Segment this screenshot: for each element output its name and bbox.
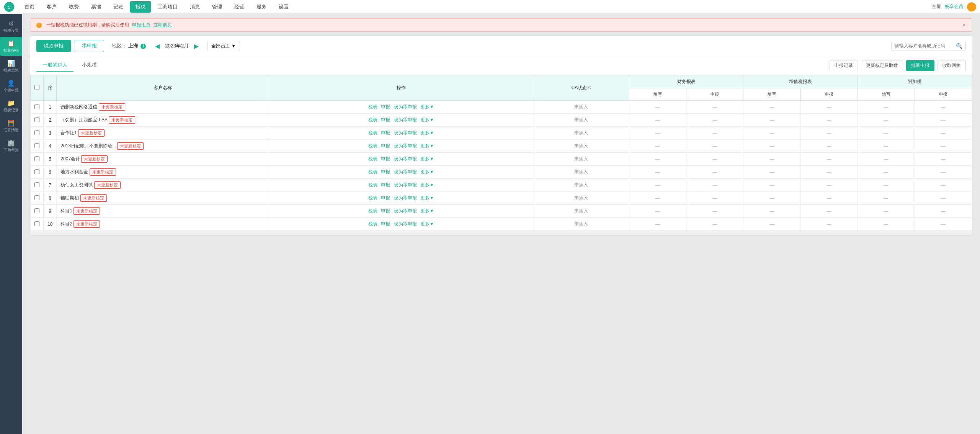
op-set-zero-8[interactable]: 设为零申报: [394, 208, 417, 214]
op-tax-table-5[interactable]: 税表: [368, 169, 377, 175]
tab-tax-declare[interactable]: 税款申报: [36, 40, 71, 52]
op-more-5[interactable]: 更多▼: [420, 169, 434, 175]
tab-general-taxpayer[interactable]: 一般的税人: [36, 59, 74, 72]
fullscreen-button[interactable]: 全屏: [932, 3, 941, 10]
nav-item-service[interactable]: 服务: [251, 1, 272, 13]
region-info-icon[interactable]: i: [140, 44, 146, 49]
op-tax-table-6[interactable]: 税表: [368, 182, 377, 188]
nav-item-billing[interactable]: 收费: [64, 1, 84, 13]
user-avatar[interactable]: [967, 2, 976, 11]
op-declare-8[interactable]: 申报: [381, 208, 390, 214]
row-checkbox-5[interactable]: [31, 166, 44, 179]
sidebar-item-tax-overview[interactable]: 📊 报税总览: [0, 57, 22, 76]
update-quota-button[interactable]: 更新核定及取数: [861, 60, 903, 71]
op-set-zero-9[interactable]: 设为零申报: [394, 221, 417, 227]
sidebar-item-calc-clear[interactable]: 🧮 汇算清缴: [0, 116, 22, 135]
op-more-0[interactable]: 更多▼: [420, 104, 434, 109]
notification-link-buy[interactable]: 立即购买: [154, 22, 172, 28]
nav-item-home[interactable]: 首页: [19, 1, 40, 13]
op-more-9[interactable]: 更多▼: [420, 221, 434, 227]
upgrade-button[interactable]: 畅享会员: [945, 3, 963, 10]
nav-item-bookkeeping[interactable]: 记账: [108, 1, 129, 13]
table-row: 1 勿删新税网络通信 未更新核定 税表 申报 设为零申报 更多▼ 未插入 — —…: [31, 101, 972, 114]
notification-bar: ! 一键报税功能已过试用期，请购买后使用 申报汇总 立即购买 ✕: [30, 18, 972, 32]
op-set-zero-1[interactable]: 设为零申报: [394, 117, 417, 122]
sidebar-item-tax-settings[interactable]: ⚙ 报税设置: [0, 17, 22, 36]
op-set-zero-0[interactable]: 设为零申报: [394, 104, 417, 109]
op-declare-4[interactable]: 申报: [381, 156, 390, 162]
row-checkbox-7[interactable]: [31, 192, 44, 205]
batch-declare-button[interactable]: 批量申报: [906, 60, 934, 71]
op-more-1[interactable]: 更多▼: [420, 117, 434, 122]
op-declare-6[interactable]: 申报: [381, 182, 390, 188]
search-input[interactable]: [895, 43, 956, 49]
row-finance-fill-5: —: [629, 166, 686, 179]
declare-records-button[interactable]: 申报记录: [830, 60, 858, 71]
row-name-3: 2013日记账（不要删除给... 未更新核定: [57, 140, 269, 153]
sidebar-item-personal-tax[interactable]: 👤 个税申报: [0, 77, 22, 96]
op-declare-2[interactable]: 申报: [381, 130, 390, 135]
nav-item-customer[interactable]: 客户: [41, 1, 62, 13]
batch-tax-icon: 📋: [7, 40, 15, 47]
op-set-zero-3[interactable]: 设为零申报: [394, 143, 417, 148]
op-set-zero-6[interactable]: 设为零申报: [394, 182, 417, 188]
op-declare-1[interactable]: 申报: [381, 117, 390, 122]
sidebar-item-tax-records[interactable]: 📁 报税记录: [0, 96, 22, 116]
horizontal-scrollbar[interactable]: [30, 231, 972, 235]
row-checkbox-6[interactable]: [31, 179, 44, 192]
op-declare-3[interactable]: 申报: [381, 143, 390, 148]
row-checkbox-3[interactable]: [31, 140, 44, 153]
op-set-zero-4[interactable]: 设为零申报: [394, 156, 417, 162]
table-row: 3 合作社1 未更新核定 税表 申报 设为零申报 更多▼ 未插入 — — — —…: [31, 127, 972, 140]
op-tax-table-1[interactable]: 税表: [368, 117, 377, 122]
sidebar-item-batch-tax[interactable]: 📋 批量报税: [0, 37, 22, 56]
notification-close[interactable]: ✕: [962, 23, 966, 28]
op-set-zero-2[interactable]: 设为零申报: [394, 130, 417, 135]
date-next-button[interactable]: ▶: [193, 42, 200, 50]
search-icon[interactable]: 🔍: [956, 43, 962, 49]
op-set-zero-5[interactable]: 设为零申报: [394, 169, 417, 175]
row-checkbox-2[interactable]: [31, 127, 44, 140]
op-more-6[interactable]: 更多▼: [420, 182, 434, 188]
tab-zero-declare[interactable]: 零申报: [75, 40, 104, 52]
date-prev-button[interactable]: ◀: [154, 42, 161, 50]
op-tax-table-8[interactable]: 税表: [368, 208, 377, 214]
op-tax-table-7[interactable]: 税表: [368, 195, 377, 201]
nav-item-biz-project[interactable]: 工商项目: [152, 1, 183, 13]
row-checkbox-4[interactable]: [31, 153, 44, 166]
nav-item-tax[interactable]: 报税: [130, 1, 151, 13]
op-declare-5[interactable]: 申报: [381, 169, 390, 175]
op-more-2[interactable]: 更多▼: [420, 130, 434, 135]
nav-item-settings[interactable]: 设置: [273, 1, 294, 13]
op-more-3[interactable]: 更多▼: [420, 143, 434, 148]
op-declare-9[interactable]: 申报: [381, 221, 390, 227]
row-checkbox-8[interactable]: [31, 205, 44, 218]
op-tax-table-2[interactable]: 税表: [368, 130, 377, 135]
sidebar-item-biz-annual[interactable]: 🏢 工商年报: [0, 136, 22, 155]
op-more-8[interactable]: 更多▼: [420, 208, 434, 214]
nav-item-message[interactable]: 消息: [185, 1, 205, 13]
op-more-7[interactable]: 更多▼: [420, 195, 434, 201]
nav-item-invoice[interactable]: 票据: [86, 1, 106, 13]
collect-return-button[interactable]: 收取回执: [938, 60, 966, 71]
row-finance-report-3: —: [686, 140, 743, 153]
op-declare-0[interactable]: 申报: [381, 104, 390, 109]
row-checkbox-9[interactable]: [31, 218, 44, 231]
th-checkbox: [31, 75, 44, 101]
app-logo[interactable]: C: [4, 2, 15, 12]
op-tax-table-0[interactable]: 税表: [368, 104, 377, 109]
nav-item-operation[interactable]: 经营: [229, 1, 250, 13]
op-set-zero-7[interactable]: 设为零申报: [394, 195, 417, 201]
op-declare-7[interactable]: 申报: [381, 195, 390, 201]
select-all-checkbox[interactable]: [34, 85, 39, 90]
op-tax-table-4[interactable]: 税表: [368, 156, 377, 162]
op-tax-table-9[interactable]: 税表: [368, 221, 377, 227]
notification-link-summary[interactable]: 申报汇总: [132, 22, 150, 28]
tab-small-taxpayer[interactable]: 小规模: [76, 59, 103, 72]
op-tax-table-3[interactable]: 税表: [368, 143, 377, 148]
nav-item-management[interactable]: 管理: [207, 1, 227, 13]
op-more-4[interactable]: 更多▼: [420, 156, 434, 162]
staff-dropdown[interactable]: 全部员工 ▼: [207, 41, 240, 51]
row-checkbox-0[interactable]: [31, 101, 44, 114]
row-checkbox-1[interactable]: [31, 114, 44, 127]
